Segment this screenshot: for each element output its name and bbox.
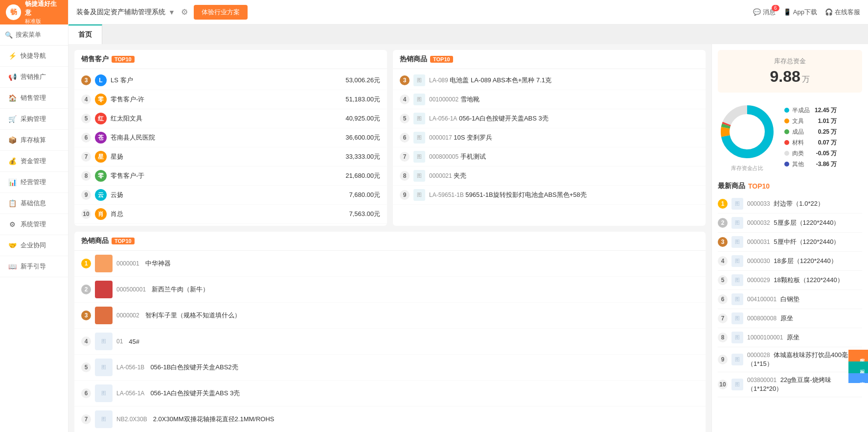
nav-label: 销售管理	[21, 94, 46, 102]
legend-item-finished: 成品 0.25 万	[784, 128, 837, 136]
service-community-btn[interactable]: 服务社区	[848, 361, 868, 373]
dropdown-icon[interactable]: ▼	[168, 8, 175, 16]
product-info: 10000100001 原坐	[747, 333, 862, 342]
search-icon: 🔍	[5, 31, 13, 39]
nav-item-marketing[interactable]: 📢 营销推广	[0, 67, 68, 88]
purchase-icon: 🛒	[8, 115, 17, 123]
rank-number: 8	[400, 171, 410, 181]
inventory-total-label: 库存总资金	[725, 57, 855, 66]
nav-item-sales[interactable]: 🏠 销售管理	[0, 88, 68, 109]
sidebar-nav: ⚡ 快捷导航 📢 营销推广 🏠 销售管理 🛒 采购管理 📦 库存核算 💰 资金管…	[0, 46, 68, 432]
rank-number: 3	[718, 237, 728, 247]
app-download-btn[interactable]: 📱 App下载	[783, 8, 817, 17]
product-thumb: 图	[413, 189, 425, 201]
nav-item-operations[interactable]: 📊 经营管理	[0, 172, 68, 193]
rank-number: 4	[718, 256, 728, 266]
nav-item-guide[interactable]: 📖 新手引导	[0, 256, 68, 277]
list-item: 5 图 LA-056-1B 056-1B白色按键开关盒ABS2壳	[74, 355, 706, 381]
nav-item-collab[interactable]: 🤝 企业协同	[0, 235, 68, 256]
messages-btn[interactable]: 💬 消息 6	[753, 8, 776, 17]
rank-number: 1	[81, 259, 91, 268]
table-row: 5 图 LA-056-1A 056-1A白色按键开关盖ABS 3壳	[393, 109, 706, 128]
legend-dot	[784, 119, 789, 123]
legend-item-meat: 肉类 -0.05 万	[784, 149, 837, 158]
list-item: 9 图 0000028 体城嘉枝味苏打饮品400毫升（1*15）	[718, 347, 862, 372]
legend-dot	[784, 151, 789, 156]
legend-item-material: 材料 0.07 万	[784, 139, 837, 147]
product-thumb: 图	[731, 274, 743, 286]
customer-value: 53,006.26元	[345, 76, 380, 85]
donut-chart: 库存资金占比	[718, 102, 777, 172]
sidebar-logo: 畅 畅捷通好生意 标准版	[0, 0, 68, 24]
list-item: 2 图 0000032 5厘多层（1220*2440）	[718, 214, 862, 233]
nav-item-finance[interactable]: 💰 资金管理	[0, 151, 68, 172]
topbar-right: 💬 消息 6 📱 App下载 🎧 在线客服	[753, 8, 860, 17]
product-code: LA-056-1A	[116, 390, 144, 397]
nav-label: 采购管理	[21, 115, 46, 123]
nav-label: 企业协同	[21, 241, 46, 250]
product-code: 0000002	[116, 312, 139, 319]
nav-label: 营销推广	[21, 72, 46, 81]
product-sales-list: 3 图 LA-089 电池盖 LA-089 ABS本色+黑种 7.1克 4 图 …	[393, 69, 706, 207]
nav-item-purchase[interactable]: 🛒 采购管理	[0, 109, 68, 130]
rank-number: 3	[81, 311, 91, 320]
list-item: 7 图 NB2.0X30B 2.0X30MM双捶花轴捶花直径2.1MM/ROHS	[74, 407, 706, 432]
quicknav-icon: ⚡	[8, 51, 17, 60]
inventory-total-value-row: 9.88 万	[725, 68, 855, 86]
online-service-btn[interactable]: 🎧 在线客服	[825, 8, 860, 17]
marketing-icon: 📢	[8, 72, 17, 81]
legend-dot	[784, 129, 789, 134]
list-item: 3 0000002 智利车子里（规格不知道填什么）	[74, 303, 706, 329]
product-info: LA-056-1A 056-1A白色按键开关盖ABS 3壳	[429, 114, 699, 123]
hot-products-title: 热销商品	[81, 237, 109, 245]
product-info: 0000017 10S 变刹罗兵	[429, 133, 699, 142]
brand-name: 畅捷通好生意	[25, 0, 62, 18]
avatar: 云	[95, 189, 107, 201]
new-products-list: 1 图 0000033 封边带（1.0*22） 2 图 0000032 5厘多层…	[718, 194, 862, 397]
product-info: 0000028 体城嘉枝味苏打饮品400毫升（1*15）	[747, 351, 862, 368]
rank-number: 1	[718, 199, 728, 209]
table-row: 8 图 0000021 夹壳	[393, 167, 706, 186]
product-thumb: 图	[731, 255, 743, 267]
list-item: 10 图 003800001 22g鱼豆腐-烧烤味（1*12*20）	[718, 372, 862, 397]
topbar: 装备及固定资产辅助管理系统 ▼ ⚙ 体验行业方案 💬 消息 6 📱 App下载 …	[69, 0, 868, 24]
logo-icon: 畅	[6, 4, 21, 20]
avatar: 星	[95, 151, 107, 163]
product-info: 0000021 夹壳	[429, 171, 699, 180]
sidebar-search-area[interactable]: 🔍 搜索菜单	[0, 24, 68, 46]
legend-dot	[784, 108, 789, 113]
message-icon: 💬	[753, 8, 761, 16]
chart-label: 库存资金占比	[718, 165, 777, 172]
nav-item-quicknav[interactable]: ⚡ 快捷导航	[0, 46, 68, 67]
customer-value: 36,600.00元	[345, 133, 380, 142]
nav-item-inventory[interactable]: 📦 库存核算	[0, 130, 68, 151]
settings-icon[interactable]: ⚙	[181, 7, 188, 17]
customer-value: 7,563.00元	[349, 210, 380, 218]
rank-number: 4	[81, 95, 91, 104]
customer-value: 21,680.00元	[345, 171, 380, 180]
product-sales-title: 热销商品	[400, 55, 427, 64]
list-item: 4 图 0000030 18多层（1220*2440）	[718, 252, 862, 271]
operations-icon: 📊	[8, 178, 17, 187]
trial-btn[interactable]: 体验行业方案	[194, 5, 248, 20]
nav-item-base[interactable]: 📋 基础信息	[0, 193, 68, 214]
system-icon: ⚙	[8, 220, 17, 229]
customer-service-btn[interactable]: 客服热线	[848, 350, 868, 361]
product-info: 003800001 22g鱼豆腐-烧烤味（1*12*20）	[747, 376, 862, 393]
table-row: 5 红 红太阳文具 40,925.00元	[74, 109, 387, 128]
rank-number: 6	[81, 388, 91, 398]
product-image	[95, 281, 113, 298]
edition-label: 标准版	[25, 18, 62, 25]
product-name: 056-1B白色按键开关盒ABS2壳	[150, 363, 238, 372]
tab-home[interactable]: 首页	[69, 24, 102, 44]
customer-ranking-list: 3 L LS 客户 53,006.26元 4 零 零售客户-许 51,183.0…	[74, 69, 387, 226]
inventory-value: 9.88	[770, 68, 800, 85]
live-btn[interactable]: 直播	[848, 373, 868, 383]
nav-item-system[interactable]: ⚙ 系统管理	[0, 214, 68, 235]
collab-icon: 🤝	[8, 241, 17, 250]
search-menu-btn[interactable]: 🔍 搜索菜单	[5, 28, 63, 41]
product-name: 2.0X30MM双捶花轴捶花直径2.1MM/ROHS	[153, 415, 274, 424]
product-info: LA-089 电池盖 LA-089 ABS本色+黑种 7.1克	[429, 76, 699, 85]
sidebar: 畅 畅捷通好生意 标准版 🔍 搜索菜单 ⚡ 快捷导航 📢 营销推广 🏠 销售管理…	[0, 0, 69, 432]
customer-name: 零售客户-许	[111, 95, 342, 104]
